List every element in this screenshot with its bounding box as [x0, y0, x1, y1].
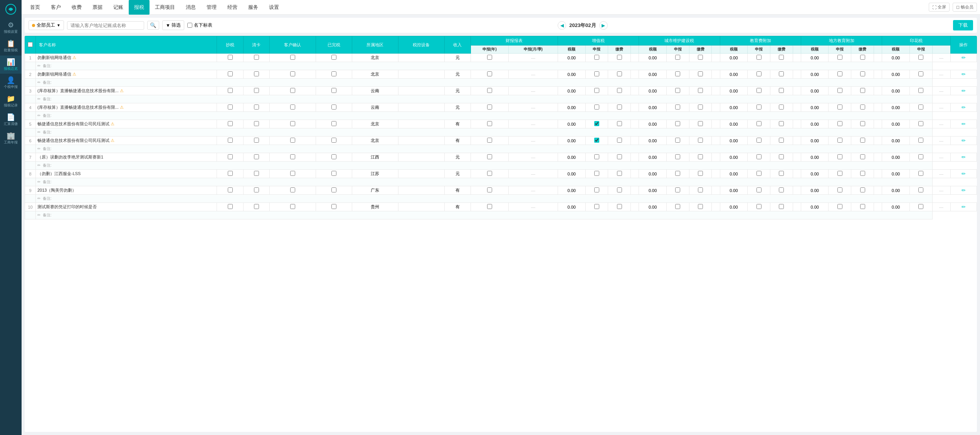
- action-cell[interactable]: ✏: [950, 103, 977, 112]
- client-confirm-cell[interactable]: [269, 153, 316, 162]
- clear-card-cell[interactable]: [243, 54, 269, 62]
- tax-copy-cell[interactable]: [217, 120, 243, 128]
- action-cell[interactable]: ✏: [950, 137, 977, 145]
- prev-month-button[interactable]: ◀: [558, 21, 566, 30]
- nav-bookkeeping[interactable]: 记账: [108, 0, 129, 15]
- city-declare-cell[interactable]: [666, 137, 689, 145]
- local-declare-cell[interactable]: [829, 203, 851, 211]
- action-cell[interactable]: ✏: [950, 70, 977, 79]
- client-confirm-cell[interactable]: [269, 103, 316, 112]
- tax-copy-cell[interactable]: [217, 70, 243, 79]
- edit-icon[interactable]: ✏: [962, 154, 966, 160]
- action-cell[interactable]: ✏: [950, 170, 977, 178]
- client-confirm-cell[interactable]: [269, 120, 316, 128]
- nav-client[interactable]: 客户: [45, 0, 66, 15]
- financial-year-cell[interactable]: [471, 87, 508, 95]
- data-table-wrapper[interactable]: 客户名称 抄税 清卡 客户确认 已完税 所属地区 税控设备 收入 财报报表 增值…: [25, 36, 977, 432]
- vat-declare-cell[interactable]: [585, 87, 608, 95]
- paid-cell[interactable]: [316, 70, 352, 79]
- clear-card-cell[interactable]: [243, 137, 269, 145]
- nav-billing[interactable]: 收费: [66, 0, 87, 15]
- edu-declare-cell[interactable]: [748, 137, 770, 145]
- clear-card-cell[interactable]: [243, 153, 269, 162]
- vat-declare-cell[interactable]: [585, 103, 608, 112]
- edu-declare-cell[interactable]: [748, 170, 770, 178]
- local-declare-cell[interactable]: [829, 103, 851, 112]
- filter-button[interactable]: ▼ 筛选: [162, 20, 184, 30]
- stamp-declare-cell[interactable]: [909, 170, 932, 178]
- edu-fee-cell[interactable]: [770, 87, 793, 95]
- nav-home[interactable]: 首页: [25, 0, 45, 15]
- edit-icon[interactable]: ✏: [962, 187, 966, 193]
- financial-year-cell[interactable]: [471, 120, 508, 128]
- stamp-declare-cell[interactable]: [909, 70, 932, 79]
- sidebar-item-annual-report[interactable]: 🏢 工商年报: [0, 129, 22, 148]
- clear-card-cell[interactable]: [243, 87, 269, 95]
- client-confirm-cell[interactable]: [269, 87, 316, 95]
- sidebar-item-batch-tax[interactable]: 📋 批量报税: [0, 37, 22, 56]
- city-fee-cell[interactable]: [689, 87, 712, 95]
- local-fee-cell[interactable]: [851, 103, 874, 112]
- vat-fee-cell[interactable]: [608, 186, 631, 195]
- paid-cell[interactable]: [316, 54, 352, 62]
- local-fee-cell[interactable]: [851, 137, 874, 145]
- clear-card-cell[interactable]: [243, 203, 269, 211]
- city-fee-cell[interactable]: [689, 170, 712, 178]
- city-declare-cell[interactable]: [666, 120, 689, 128]
- vat-fee-cell[interactable]: [608, 70, 631, 79]
- vat-declare-cell[interactable]: [585, 170, 608, 178]
- stamp-declare-cell[interactable]: [909, 120, 932, 128]
- stamp-declare-cell[interactable]: [909, 186, 932, 195]
- action-cell[interactable]: ✏: [950, 120, 977, 128]
- nav-message[interactable]: 消息: [180, 0, 201, 15]
- local-declare-cell[interactable]: [829, 87, 851, 95]
- vat-declare-cell[interactable]: [585, 203, 608, 211]
- edu-fee-cell[interactable]: [770, 54, 793, 62]
- stamp-declare-cell[interactable]: [909, 153, 932, 162]
- local-fee-cell[interactable]: [851, 170, 874, 178]
- paid-cell[interactable]: [316, 186, 352, 195]
- local-fee-cell[interactable]: [851, 120, 874, 128]
- edit-icon[interactable]: ✏: [962, 121, 966, 127]
- financial-year-cell[interactable]: [471, 70, 508, 79]
- vat-fee-cell[interactable]: [608, 120, 631, 128]
- nav-service[interactable]: 服务: [243, 0, 264, 15]
- edu-declare-cell[interactable]: [748, 186, 770, 195]
- sidebar-item-tax-settings[interactable]: ⚙ 报税设置: [0, 19, 22, 37]
- city-declare-cell[interactable]: [666, 103, 689, 112]
- edu-declare-cell[interactable]: [748, 54, 770, 62]
- nav-invoice[interactable]: 票据: [87, 0, 108, 15]
- local-declare-cell[interactable]: [829, 70, 851, 79]
- tax-copy-cell[interactable]: [217, 137, 243, 145]
- edu-declare-cell[interactable]: [748, 103, 770, 112]
- financial-year-cell[interactable]: [471, 170, 508, 178]
- vat-declare-cell[interactable]: [585, 70, 608, 79]
- edu-fee-cell[interactable]: [770, 70, 793, 79]
- edit-icon[interactable]: ✏: [962, 204, 966, 210]
- local-fee-cell[interactable]: [851, 70, 874, 79]
- local-declare-cell[interactable]: [829, 186, 851, 195]
- edu-fee-cell[interactable]: [770, 170, 793, 178]
- vat-declare-cell[interactable]: [585, 137, 608, 145]
- nav-business[interactable]: 工商项目: [150, 0, 180, 15]
- named-table-checkbox[interactable]: [187, 23, 192, 28]
- action-cell[interactable]: ✏: [950, 153, 977, 162]
- vat-fee-cell[interactable]: [608, 54, 631, 62]
- select-all-checkbox[interactable]: [28, 42, 33, 47]
- nav-management[interactable]: 管理: [201, 0, 222, 15]
- local-fee-cell[interactable]: [851, 153, 874, 162]
- stamp-declare-cell[interactable]: [909, 103, 932, 112]
- financial-year-cell[interactable]: [471, 186, 508, 195]
- financial-year-cell[interactable]: [471, 153, 508, 162]
- edu-declare-cell[interactable]: [748, 153, 770, 162]
- sidebar-item-personal-tax[interactable]: 👤 个税申报: [0, 74, 22, 92]
- clear-card-cell[interactable]: [243, 103, 269, 112]
- edu-declare-cell[interactable]: [748, 120, 770, 128]
- edit-icon[interactable]: ✏: [962, 71, 966, 77]
- paid-cell[interactable]: [316, 120, 352, 128]
- tax-copy-cell[interactable]: [217, 153, 243, 162]
- edit-icon[interactable]: ✏: [962, 138, 966, 143]
- city-declare-cell[interactable]: [666, 87, 689, 95]
- city-fee-cell[interactable]: [689, 54, 712, 62]
- city-fee-cell[interactable]: [689, 153, 712, 162]
